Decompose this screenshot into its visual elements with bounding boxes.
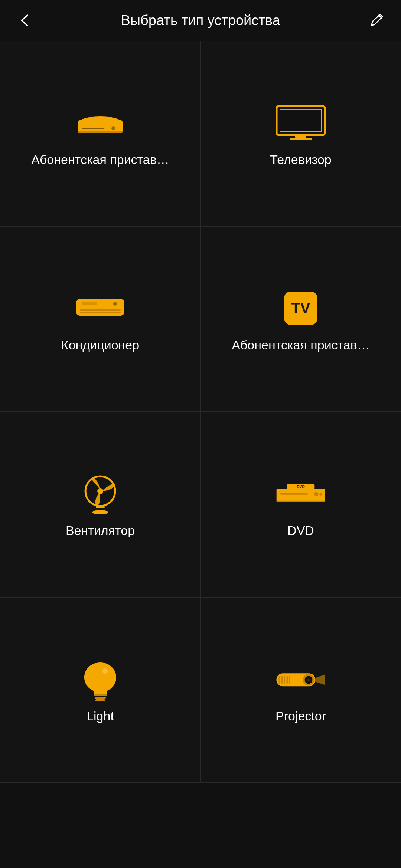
svg-rect-34 <box>284 676 286 684</box>
tv-icon <box>275 104 327 141</box>
fan-icon <box>74 475 126 512</box>
svg-rect-33 <box>281 676 283 684</box>
device-item-fan[interactable]: Вентилятор <box>0 412 200 597</box>
svg-rect-8 <box>290 138 312 140</box>
svg-rect-18 <box>96 506 105 508</box>
svg-rect-6 <box>280 109 322 132</box>
svg-point-1 <box>82 116 119 124</box>
set-top-box-icon <box>74 104 126 141</box>
svg-rect-2 <box>82 128 104 129</box>
svg-rect-35 <box>287 676 288 684</box>
svg-rect-11 <box>80 312 121 313</box>
svg-text:DVD: DVD <box>297 485 305 489</box>
svg-rect-7 <box>295 135 306 138</box>
device-label-iptv-box: Абонентская пристав… <box>232 338 370 352</box>
ac-icon <box>74 290 126 327</box>
svg-rect-36 <box>289 676 291 684</box>
svg-rect-28 <box>95 697 106 699</box>
device-item-light[interactable]: Light <box>0 597 200 783</box>
svg-rect-27 <box>94 694 107 696</box>
svg-rect-10 <box>80 309 121 311</box>
svg-point-3 <box>111 126 115 130</box>
device-label-fan: Вентилятор <box>66 523 135 538</box>
device-item-dvd[interactable]: DVD DVD <box>200 412 401 597</box>
device-label-ac: Кондиционер <box>61 338 139 352</box>
device-grid: Абонентская пристав… Телевизор <box>0 41 401 783</box>
back-button[interactable] <box>13 12 36 29</box>
tv-box-icon: TV <box>275 290 327 327</box>
device-label-dvd: DVD <box>287 523 314 538</box>
page-title: Выбрать тип устройства <box>36 13 365 29</box>
svg-point-30 <box>102 668 108 674</box>
device-label-projector: Projector <box>276 709 326 723</box>
dvd-icon: DVD <box>275 475 327 512</box>
projector-icon <box>275 661 327 698</box>
device-label-set-top-box: Абонентская пристав… <box>31 152 169 167</box>
svg-rect-29 <box>95 699 105 701</box>
device-item-set-top-box[interactable]: Абонентская пристав… <box>0 41 200 226</box>
svg-rect-23 <box>280 493 308 495</box>
svg-point-19 <box>92 510 108 514</box>
svg-text:TV: TV <box>291 300 310 316</box>
svg-rect-13 <box>82 302 97 305</box>
edit-button[interactable] <box>365 12 388 29</box>
device-label-tv: Телевизор <box>270 152 331 167</box>
svg-point-24 <box>314 492 318 496</box>
svg-rect-26 <box>277 500 325 502</box>
device-item-ac[interactable]: Кондиционер <box>0 226 200 412</box>
light-icon <box>74 661 126 698</box>
svg-point-12 <box>113 302 117 306</box>
device-item-iptv-box[interactable]: TV Абонентская пристав… <box>200 226 401 412</box>
header: Выбрать тип устройства <box>0 0 401 41</box>
device-item-projector[interactable]: Projector <box>200 597 401 783</box>
svg-point-17 <box>97 488 103 494</box>
svg-point-25 <box>319 493 322 495</box>
device-item-tv[interactable]: Телевизор <box>200 41 401 226</box>
svg-rect-4 <box>78 131 123 133</box>
device-label-light: Light <box>87 709 114 723</box>
svg-point-40 <box>307 679 309 681</box>
svg-rect-32 <box>279 676 280 684</box>
